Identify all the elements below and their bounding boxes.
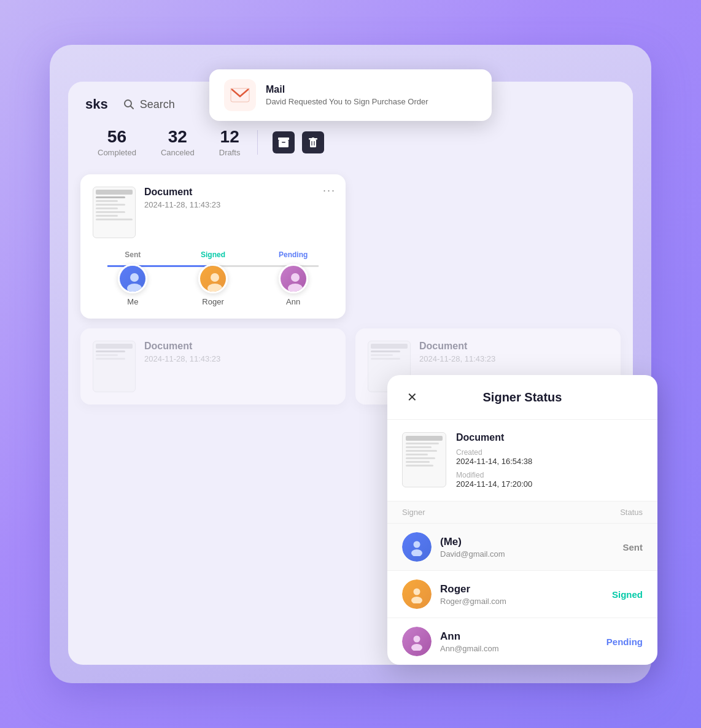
svg-point-12 <box>130 273 139 282</box>
ghost-doc-date-2: 2024-11-28, 11:43:23 <box>419 354 608 363</box>
ghost-doc-info-2: Document 2024-11-28, 11:43:23 <box>419 341 608 363</box>
stat-label-drafts: Drafts <box>219 148 241 157</box>
app-title: sks <box>85 96 108 112</box>
toolbar-icons <box>273 131 324 153</box>
search-icon <box>123 98 135 110</box>
signer-row-info-ann: Ann Ann@gmail.com <box>440 630 598 653</box>
svg-point-14 <box>211 273 219 282</box>
svg-rect-5 <box>278 137 289 140</box>
signer-row-info-roger: Roger Roger@gmail.com <box>440 583 603 606</box>
signer-name-ann: Ann <box>286 297 300 306</box>
signer-row-status-roger: Signed <box>612 589 643 600</box>
mail-content: Mail David Requested You to Sign Purchas… <box>266 84 428 106</box>
signer-avatar-roger <box>198 264 228 293</box>
stat-item-drafts: 12 Drafts <box>207 127 253 157</box>
signer-table-header: Signer Status <box>387 501 657 523</box>
cards-area: ··· Document 2024-11-28, 11:43 <box>68 167 633 326</box>
signer-node-roger: Signed Roger <box>173 250 254 306</box>
ghost-doc-thumb-1 <box>93 341 136 392</box>
signer-node-me: Sent Me <box>93 250 173 306</box>
doc-info: Document 2024-11-28, 11:43:23 <box>144 187 333 209</box>
signer-label-signed: Signed <box>201 250 225 261</box>
ghost-doc-name-1: Document <box>144 341 333 352</box>
modal-created-row: Created 2024-11-14, 16:54:38 <box>456 448 532 466</box>
stat-item-canceled: 32 Canceled <box>149 127 207 157</box>
signer-row-me: (Me) David@gmail.com Sent <box>387 523 657 570</box>
right-col <box>355 174 621 319</box>
ghost-doc-card-1: Document 2024-11-28, 11:43:23 <box>80 328 346 405</box>
modal-modified-row: Modified 2024-11-14, 17:20:00 <box>456 471 532 489</box>
modal-title: Signer Status <box>422 390 623 405</box>
stat-number-drafts: 12 <box>219 127 241 147</box>
doc-date: 2024-11-28, 11:43:23 <box>144 200 333 209</box>
archive-icon-button[interactable] <box>273 131 295 153</box>
signer-row-status-me: Sent <box>622 542 643 552</box>
modal-doc-thumb <box>402 432 446 487</box>
signer-row-info-me: (Me) David@gmail.com <box>440 536 614 559</box>
svg-point-22 <box>414 636 420 643</box>
trash-icon-button[interactable] <box>302 131 324 153</box>
signer-progress: Sent Me Signed <box>93 250 333 306</box>
signer-row-avatar-ann <box>402 627 432 656</box>
signer-row-avatar-me <box>402 532 432 562</box>
search-area[interactable]: Search <box>123 98 175 111</box>
col-signer: Signer <box>402 508 425 517</box>
doc-card-header: Document 2024-11-28, 11:43:23 <box>93 187 333 238</box>
signer-avatar-me <box>118 264 147 293</box>
signer-label-sent: Sent <box>125 250 141 261</box>
modal-doc-label: Document <box>456 432 532 443</box>
modal-doc-meta: Document Created 2024-11-14, 16:54:38 Mo… <box>456 432 532 489</box>
signer-status-modal: ✕ Signer Status Document Created 2024-11… <box>387 375 657 665</box>
modal-created-key: Created <box>456 448 532 457</box>
svg-point-18 <box>414 541 420 548</box>
svg-point-17 <box>288 284 303 293</box>
doc-menu-button[interactable]: ··· <box>323 184 336 197</box>
modal-close-button[interactable]: ✕ <box>402 387 422 407</box>
mail-app-name: Mail <box>266 84 428 95</box>
stat-label-canceled: Canceled <box>161 148 195 157</box>
svg-point-19 <box>411 549 422 556</box>
signer-row-roger: Roger Roger@gmail.com Signed <box>387 570 657 618</box>
svg-rect-9 <box>312 137 314 139</box>
doc-name: Document <box>144 187 333 198</box>
doc-thumbnail <box>93 187 136 238</box>
stat-label-completed: Completed <box>98 148 136 157</box>
signer-row-name-me: (Me) <box>440 536 614 548</box>
modal-modified-key: Modified <box>456 471 532 479</box>
mail-icon <box>230 88 250 103</box>
stats-row: 56 Completed 32 Canceled 12 Drafts <box>68 122 633 167</box>
svg-line-3 <box>130 106 133 109</box>
col-status: Status <box>620 508 643 517</box>
signer-row-email-me: David@gmail.com <box>440 549 614 559</box>
ghost-doc-name-2: Document <box>419 341 608 352</box>
signer-row-name-ann: Ann <box>440 630 598 643</box>
signer-name-roger: Roger <box>202 297 223 306</box>
signer-node-ann: Pending Ann <box>253 250 333 306</box>
svg-point-15 <box>207 284 222 293</box>
signer-name-me: Me <box>127 297 138 306</box>
svg-point-13 <box>127 284 142 293</box>
modal-doc-section: Document Created 2024-11-14, 16:54:38 Mo… <box>387 420 657 501</box>
svg-rect-4 <box>279 140 289 147</box>
modal-created-value: 2024-11-14, 16:54:38 <box>456 457 532 466</box>
svg-point-21 <box>411 597 422 603</box>
signer-row-email-ann: Ann@gmail.com <box>440 644 598 653</box>
mail-icon-wrap <box>224 79 256 111</box>
stat-number-canceled: 32 <box>161 127 195 147</box>
mail-notification[interactable]: Mail David Requested You to Sign Purchas… <box>209 69 492 121</box>
modal-header: ✕ Signer Status <box>387 375 657 420</box>
signer-label-pending: Pending <box>279 250 308 261</box>
outer-container: Mail David Requested You to Sign Purchas… <box>50 45 651 683</box>
signer-row-email-roger: Roger@gmail.com <box>440 597 603 606</box>
stat-number-completed: 56 <box>98 127 136 147</box>
ghost-doc-header-1: Document 2024-11-28, 11:43:23 <box>93 341 333 392</box>
signer-avatar-ann <box>279 264 308 293</box>
main-doc-card[interactable]: ··· Document 2024-11-28, 11:43 <box>80 174 346 319</box>
modal-modified-value: 2024-11-14, 17:20:00 <box>456 479 532 489</box>
svg-point-23 <box>411 644 422 651</box>
signer-row-ann: Ann Ann@gmail.com Pending <box>387 618 657 665</box>
stat-divider <box>257 130 258 155</box>
svg-rect-7 <box>310 139 316 147</box>
svg-point-20 <box>414 589 420 595</box>
mail-message: David Requested You to Sign Purchase Ord… <box>266 97 428 106</box>
